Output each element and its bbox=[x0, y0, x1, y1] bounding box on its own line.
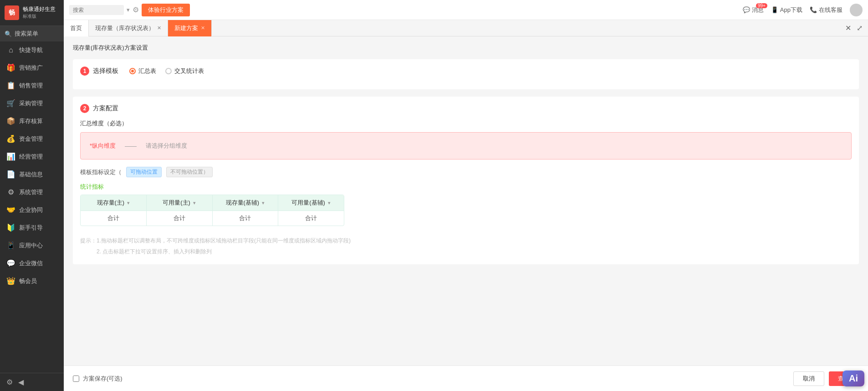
sidebar-search[interactable]: 🔍 搜索菜单 bbox=[0, 26, 64, 41]
sidebar-item-label: 企业协同 bbox=[19, 206, 43, 214]
save-checkbox[interactable] bbox=[73, 376, 79, 382]
cell-1-2: 合计 bbox=[147, 211, 213, 226]
system-icon: ⚙ bbox=[6, 188, 15, 196]
draggable-badge: 可拖动位置 bbox=[126, 167, 162, 177]
message-button[interactable]: 💬 消息 99+ bbox=[743, 6, 764, 14]
purchase-icon: 🛒 bbox=[6, 99, 15, 108]
sidebar-item-label: 资金管理 bbox=[19, 135, 43, 143]
app-download-button[interactable]: 📱 App下载 bbox=[771, 6, 802, 14]
col3-chevron-icon[interactable]: ▾ bbox=[262, 200, 265, 206]
col2-chevron-icon[interactable]: ▾ bbox=[193, 200, 196, 206]
sidebar-item-apps[interactable]: 📱 应用中心 bbox=[0, 237, 64, 254]
main-area: ▾ ⚙ 体验行业方案 💬 消息 99+ 📱 App下载 📞 在线客服 首页 bbox=[64, 0, 868, 391]
footer-settings-icon[interactable]: ⚙ bbox=[6, 378, 13, 386]
stat-table-row: 合计 合计 合计 合计 bbox=[81, 211, 344, 226]
radio-cross[interactable]: 交叉统计表 bbox=[165, 67, 204, 75]
sidebar-item-label: 新手引导 bbox=[19, 224, 43, 232]
sidebar-item-newbie[interactable]: 🔰 新手引导 bbox=[0, 219, 64, 237]
cancel-button[interactable]: 取消 bbox=[793, 371, 824, 386]
stat-col-2[interactable]: 可用量(主) ▾ bbox=[147, 195, 213, 211]
stat-col-1[interactable]: 现存量(主) ▾ bbox=[81, 195, 147, 211]
tab-inventory-close-icon[interactable]: ✕ bbox=[157, 25, 161, 31]
radio-summary[interactable]: 汇总表 bbox=[129, 67, 156, 75]
user-avatar[interactable] bbox=[850, 4, 863, 16]
sidebar: 畅 畅康通好生意 标准版 🔍 搜索菜单 ⌂ 快捷导航 🎁 营销推广 📋 销售管理… bbox=[0, 0, 64, 391]
sidebar-item-quick-nav[interactable]: ⌂ 快捷导航 bbox=[0, 41, 64, 59]
sidebar-item-finance[interactable]: 💰 资金管理 bbox=[0, 130, 64, 148]
sidebar-item-label: 库存核算 bbox=[19, 117, 43, 125]
top-bar-left: ▾ ⚙ 体验行业方案 bbox=[69, 4, 739, 16]
message-badge: 99+ bbox=[756, 3, 767, 8]
tab-bar: 首页 现存量（库存状况表） ✕ 新建方案 ✕ ✕ ⤢ bbox=[64, 20, 868, 36]
close-panel-icon[interactable]: ✕ bbox=[843, 22, 853, 34]
dimension-placeholder[interactable]: 请选择分组维度 bbox=[146, 142, 187, 150]
col1-chevron-icon[interactable]: ▾ bbox=[127, 200, 130, 206]
col2-label: 可用量(主) bbox=[163, 199, 190, 207]
radio-cross-circle bbox=[165, 68, 172, 74]
col3-label: 现存量(基辅) bbox=[226, 199, 260, 207]
sidebar-item-inventory[interactable]: 📦 库存核算 bbox=[0, 112, 64, 130]
chevron-down-icon[interactable]: ▾ bbox=[127, 6, 130, 13]
trial-button[interactable]: 体验行业方案 bbox=[142, 4, 190, 16]
stat-title: 统计指标 bbox=[80, 183, 852, 191]
step2-title: 方案配置 bbox=[93, 104, 118, 113]
sidebar-item-marketing[interactable]: 🎁 营销推广 bbox=[0, 59, 64, 77]
content-area: 现存量(库存状况表)方案设置 1 选择模板 汇总表 交叉统计表 bbox=[64, 36, 868, 365]
dimension-box: *纵向维度 —— 请选择分组维度 bbox=[80, 132, 852, 159]
settings-gear-icon[interactable]: ⚙ bbox=[133, 5, 139, 14]
sidebar-nav: ⌂ 快捷导航 🎁 营销推广 📋 销售管理 🛒 采购管理 📦 库存核算 💰 资金管… bbox=[0, 41, 64, 373]
top-bar: ▾ ⚙ 体验行业方案 💬 消息 99+ 📱 App下载 📞 在线客服 bbox=[64, 0, 868, 20]
top-search-input[interactable] bbox=[69, 5, 124, 15]
panel-controls: ✕ ⤢ bbox=[843, 22, 868, 34]
app-download-label: App下载 bbox=[780, 6, 802, 14]
non-draggable-badge: 不可拖动位置） bbox=[166, 167, 213, 177]
app-edition: 标准版 bbox=[23, 13, 56, 20]
sidebar-item-label: 基础信息 bbox=[19, 170, 43, 179]
step1-section: 1 选择模板 汇总表 交叉统计表 bbox=[73, 59, 859, 89]
page-title: 现存量(库存状况表)方案设置 bbox=[73, 44, 859, 52]
footer-menu-icon[interactable]: ◀ bbox=[18, 378, 24, 386]
member-icon: 👑 bbox=[6, 277, 15, 285]
tip2: 2. 点击标题栏下拉可设置排序、插入列和删除列 bbox=[80, 246, 852, 257]
stat-col-3[interactable]: 现存量(基辅) ▾ bbox=[213, 195, 279, 211]
template-radio-group: 汇总表 交叉统计表 bbox=[129, 67, 204, 75]
tab-inventory-status[interactable]: 现存量（库存状况表） ✕ bbox=[89, 20, 168, 36]
sidebar-item-enterprise[interactable]: 🤝 企业协同 bbox=[0, 201, 64, 219]
save-label: 方案保存(可选) bbox=[83, 375, 123, 383]
download-icon: 📱 bbox=[771, 6, 778, 13]
sidebar-item-sales[interactable]: 📋 销售管理 bbox=[0, 77, 64, 94]
app-logo-icon: 畅 bbox=[5, 5, 19, 20]
tab-new-plan-close-icon[interactable]: ✕ bbox=[201, 25, 205, 31]
online-support-label: 在线客服 bbox=[819, 6, 842, 14]
gift-icon: 🎁 bbox=[6, 63, 15, 72]
sidebar-item-label: 系统管理 bbox=[19, 188, 43, 196]
sidebar-item-purchase[interactable]: 🛒 采购管理 bbox=[0, 94, 64, 112]
tip-title: 提示：1.拖动标题栏可以调整布局，不可跨维度或指标区域拖动栏目字段(只能在同一维… bbox=[80, 235, 852, 246]
tab-home[interactable]: 首页 bbox=[64, 20, 89, 36]
expand-panel-icon[interactable]: ⤢ bbox=[855, 22, 864, 34]
sidebar-item-wechat[interactable]: 💬 企业微信 bbox=[0, 254, 64, 272]
stat-col-4[interactable]: 可用量(基辅) ▾ bbox=[278, 195, 344, 211]
tip1: 1.拖动标题栏可以调整布局，不可跨维度或指标区域拖动栏目字段(只能在同一维度或指… bbox=[97, 237, 351, 244]
sidebar-logo: 畅 畅康通好生意 标准版 bbox=[0, 0, 64, 26]
step1-num: 1 bbox=[80, 67, 89, 76]
sidebar-item-system[interactable]: ⚙ 系统管理 bbox=[0, 183, 64, 201]
col4-chevron-icon[interactable]: ▾ bbox=[328, 200, 331, 206]
top-bar-right: 💬 消息 99+ 📱 App下载 📞 在线客服 bbox=[743, 4, 863, 16]
dimension-dash: —— bbox=[125, 143, 137, 149]
ai-badge[interactable]: Ai bbox=[842, 370, 864, 386]
sidebar-item-basic[interactable]: 📄 基础信息 bbox=[0, 165, 64, 183]
tab-new-plan[interactable]: 新建方案 ✕ bbox=[168, 20, 212, 36]
app-name-block: 畅康通好生意 标准版 bbox=[23, 6, 56, 20]
app-name: 畅康通好生意 bbox=[23, 6, 56, 13]
sidebar-item-member[interactable]: 👑 畅会员 bbox=[0, 272, 64, 290]
step2-section: 2 方案配置 汇总维度（必选） *纵向维度 —— 请选择分组维度 模板指标设定（… bbox=[73, 97, 859, 264]
radio-cross-label: 交叉统计表 bbox=[174, 67, 204, 75]
indicator-setting: 模板指标设定（ 可拖动位置 不可拖动位置） bbox=[80, 167, 852, 177]
col4-label: 可用量(基辅) bbox=[291, 199, 325, 207]
radio-summary-label: 汇总表 bbox=[138, 67, 156, 75]
online-support-button[interactable]: 📞 在线客服 bbox=[810, 6, 842, 14]
finance-icon: 💰 bbox=[6, 134, 15, 143]
sidebar-item-management[interactable]: 📊 经营管理 bbox=[0, 148, 64, 165]
dimension-required-label: *纵向维度 bbox=[90, 142, 116, 150]
